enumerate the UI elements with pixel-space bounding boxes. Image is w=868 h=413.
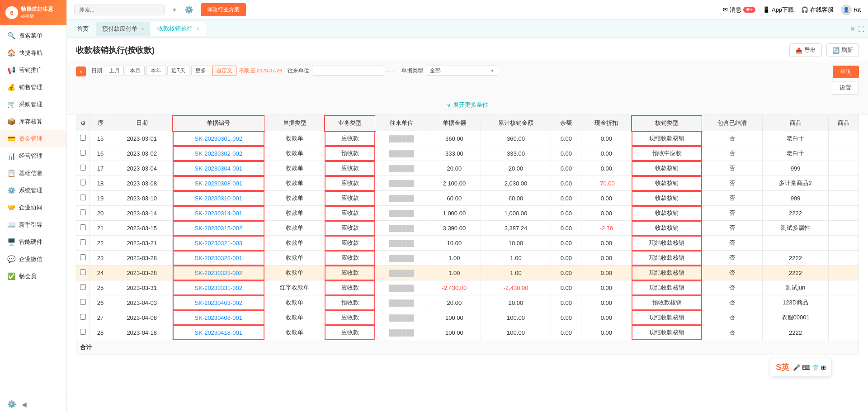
tab-collection-close-icon[interactable]: × — [196, 26, 199, 31]
doc-no-link[interactable]: SK-20230302-002 — [194, 150, 242, 157]
doc-no-link[interactable]: SK-20230310-001 — [194, 195, 242, 202]
sidebar-item-quick[interactable]: 🏠快捷导航 — [0, 44, 66, 62]
doc-no-link[interactable]: SK-20230308-001 — [194, 180, 242, 187]
row-checkbox[interactable] — [80, 269, 86, 275]
cell-checkbox[interactable] — [76, 146, 90, 161]
row-checkbox[interactable] — [80, 284, 86, 290]
row-checkbox[interactable] — [80, 224, 86, 230]
row-checkbox[interactable] — [80, 239, 86, 245]
gear-icon[interactable]: ⚙️ — [184, 5, 193, 14]
cell-checkbox[interactable] — [76, 295, 90, 310]
sidebar-item-wechat[interactable]: 💬企业微信 — [0, 251, 66, 268]
page-content: 收款核销执行(按收款) 📤 导出 🔄 刷新 » 日期 上月 本月 — [67, 38, 868, 413]
cell-doc-no: SK-20230302-002 — [173, 146, 264, 161]
row-checkbox[interactable] — [80, 165, 86, 171]
row-checkbox[interactable] — [80, 329, 86, 335]
filter-date-custom[interactable]: 自定义 — [212, 66, 236, 76]
cell-checkbox[interactable] — [76, 266, 90, 280]
sidebar-item-enterprise[interactable]: 🤝企业协同 — [0, 199, 66, 216]
col-header-settings[interactable]: ⚙ — [76, 115, 90, 131]
sidebar-item-member[interactable]: ✅畅会员 — [0, 268, 66, 285]
doc-no-link[interactable]: SK-20230331-002 — [194, 285, 242, 291]
cell-checkbox[interactable] — [76, 310, 90, 325]
filter-date-more[interactable]: 更多 — [191, 66, 210, 76]
cell-checkbox[interactable] — [76, 325, 90, 340]
refresh-btn[interactable]: 🔄 刷新 — [826, 43, 859, 57]
cell-checkbox[interactable] — [76, 236, 90, 251]
row-checkbox[interactable] — [80, 299, 86, 305]
sidebar-item-guide[interactable]: 📖新手引导 — [0, 216, 66, 233]
industry-btn[interactable]: 体验行业方案 — [201, 3, 246, 16]
cell-checkbox[interactable] — [76, 161, 90, 176]
row-checkbox[interactable] — [80, 254, 86, 260]
doc-no-link[interactable]: SK-20230418-001 — [194, 329, 242, 336]
settings-icon[interactable]: ⚙️ — [7, 400, 16, 408]
cell-checkbox[interactable] — [76, 206, 90, 221]
row-checkbox[interactable] — [80, 180, 86, 185]
cell-checkbox[interactable] — [76, 280, 90, 295]
filter-date-last-month[interactable]: 上月 — [105, 66, 124, 76]
sidebar-item-marketing[interactable]: 📢营销推广 — [0, 62, 66, 79]
sidebar-item-hardware[interactable]: 🖥️智能硬件 — [0, 233, 66, 251]
doc-no-link[interactable]: SK-20230304-001 — [194, 165, 242, 172]
doc-no-link[interactable]: SK-20230321-003 — [194, 240, 242, 247]
sidebar-item-inventory[interactable]: 📦库存核算 — [0, 113, 66, 130]
tab-advance[interactable]: 预付款应付单 × — [96, 22, 150, 36]
sidebar-item-search[interactable]: 🔍搜索菜单 — [0, 27, 66, 44]
tab-collection[interactable]: 收款核销执行 × — [151, 22, 205, 36]
table-row: 20 2023-03-14 SK-20230314-001 收款单 应收款 ██… — [76, 206, 859, 221]
filter-date-this-month[interactable]: 本月 — [126, 66, 145, 76]
doc-no-link[interactable]: SK-20230314-001 — [194, 210, 242, 217]
doc-no-link[interactable]: SK-20230328-002 — [194, 270, 242, 276]
cell-checkbox[interactable] — [76, 131, 90, 146]
message-btn[interactable]: ✉ 消息 99+ — [723, 6, 755, 14]
cell-checkbox[interactable] — [76, 251, 90, 266]
cell-biz-type: 应收款 — [325, 131, 375, 146]
maximize-icon[interactable]: ⛶ — [858, 25, 864, 33]
cell-doc-type: 收款单 — [264, 161, 325, 176]
main-content: ▼ ⚙️ 体验行业方案 ✉ 消息 99+ 📱 App下载 🎧 在线客服 👤 Ri… — [67, 0, 868, 413]
tab-home[interactable]: 首页 — [71, 22, 95, 36]
sidebar-item-sales[interactable]: 💰销售管理 — [0, 79, 66, 96]
col-header-date: 日期 — [111, 115, 173, 131]
row-checkbox[interactable] — [80, 314, 86, 320]
sidebar-label-hardware: 智能硬件 — [19, 238, 42, 246]
expand-more-btn[interactable]: ∨ 展开更多条件 — [447, 101, 488, 109]
sidebar-item-system[interactable]: ⚙️系统管理 — [0, 182, 66, 199]
cell-doc-no: SK-20230314-001 — [173, 206, 264, 221]
filter-partner-input[interactable] — [312, 66, 384, 76]
query-btn[interactable]: 查询 — [833, 66, 859, 78]
cell-product: 999 — [763, 161, 829, 176]
cell-checkbox[interactable] — [76, 176, 90, 191]
collapse-icon[interactable]: ◀ — [22, 401, 27, 408]
sidebar-item-finance[interactable]: 💳资金管理 — [0, 130, 66, 147]
cell-checkbox[interactable] — [76, 191, 90, 206]
close-all-icon[interactable]: ✕ — [850, 25, 855, 33]
doc-no-link[interactable]: SK-20230408-001 — [194, 314, 242, 321]
row-checkbox[interactable] — [80, 209, 86, 215]
cell-checkbox[interactable] — [76, 221, 90, 236]
sidebar-item-purchase[interactable]: 🛒采购管理 — [0, 96, 66, 113]
filter-doctype-select[interactable]: 全部 收款单 — [426, 66, 498, 76]
row-checkbox[interactable] — [80, 195, 86, 200]
filter-expand-btn[interactable]: » — [76, 66, 86, 76]
filter-date-7-days[interactable]: 近7天 — [167, 66, 189, 76]
app-download-btn[interactable]: 📱 App下载 — [763, 6, 794, 14]
topbar-search-input[interactable] — [74, 5, 165, 15]
row-checkbox[interactable] — [80, 150, 86, 156]
tab-advance-close-icon[interactable]: × — [141, 26, 144, 32]
user-avatar[interactable]: 👤 Rit — [841, 5, 861, 15]
sidebar-logo: 6 畅康道好生意 标推版 — [0, 0, 66, 25]
filter-settings-btn[interactable]: 设置 — [832, 81, 859, 95]
cell-amount: 20.00 — [428, 161, 481, 176]
doc-no-link[interactable]: SK-20230403-002 — [194, 299, 242, 306]
doc-no-link[interactable]: SK-20230301-002 — [194, 135, 242, 142]
export-btn[interactable]: 📤 导出 — [789, 43, 822, 57]
doc-no-link[interactable]: SK-20230328-001 — [194, 255, 242, 261]
row-checkbox[interactable] — [80, 135, 86, 141]
sidebar-item-operation[interactable]: 📊经营管理 — [0, 147, 66, 165]
sidebar-item-basic[interactable]: 📋基础信息 — [0, 165, 66, 182]
online-service-btn[interactable]: 🎧 在线客服 — [801, 6, 834, 14]
filter-date-this-year[interactable]: 本年 — [146, 66, 165, 76]
doc-no-link[interactable]: SK-20230315-002 — [194, 225, 242, 232]
